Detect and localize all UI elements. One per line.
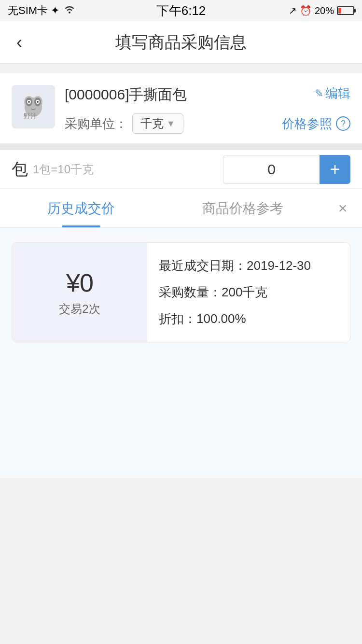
tab-history-price[interactable]: 历史成交价 [0, 189, 162, 227]
quantity-input-area: 0 + [223, 155, 350, 184]
price-side: ¥0 交易2次 [12, 243, 147, 342]
tab-bar: 历史成交价 商品价格参考 × [0, 189, 362, 228]
unit-select[interactable]: 千克 ▼ [132, 113, 183, 134]
back-button[interactable]: ‹ [12, 28, 27, 57]
svg-point-9 [37, 101, 39, 103]
product-name: [0000006]手撕面包 [65, 85, 187, 105]
status-bar: 无SIM卡 ✦ 下午6:12 ↗ ⏰ 20% [0, 0, 362, 21]
price-reference-button[interactable]: 价格参照 ? [282, 115, 350, 132]
product-card: 野汁 [0000006]手撕面包 ✎ 编辑 采购单位： 千克 ▼ 价格参照 [0, 73, 362, 143]
panel: 历史成交价 商品价格参考 × ¥0 交易2次 最近成交日期：2019-12-30… [0, 189, 362, 478]
quantity-label: 包 1包=10千克 [12, 158, 94, 181]
discount-row: 折扣：100.00% [159, 309, 338, 328]
product-thumbnail: 野汁 [12, 85, 55, 128]
tab-price-reference[interactable]: 商品价格参考 [162, 189, 323, 227]
recent-date-label: 最近成交日期： [159, 258, 247, 273]
unit-conversion: 1包=10千克 [33, 162, 94, 177]
quantity-detail-value: 200千克 [222, 285, 267, 299]
quantity-plus-button[interactable]: + [320, 155, 350, 184]
svg-point-0 [69, 12, 70, 14]
edit-button[interactable]: ✎ 编辑 [315, 85, 350, 102]
unit-dropdown-arrow: ▼ [167, 119, 175, 129]
unit-bao: 包 [12, 158, 28, 181]
detail-side: 最近成交日期：2019-12-30 采购数量：200千克 折扣：100.00% [147, 243, 350, 342]
close-icon: × [338, 199, 348, 217]
unit-label: 采购单位： [65, 115, 127, 132]
tab-price-ref-label: 商品价格参考 [202, 199, 283, 218]
section-divider [0, 143, 362, 150]
discount-value: 100.00% [196, 311, 246, 326]
trade-count: 交易2次 [59, 301, 100, 317]
status-right: ↗ ⏰ 20% [289, 5, 354, 16]
svg-point-8 [28, 101, 30, 103]
unit-value: 千克 [140, 116, 164, 131]
alarm-icon: ⏰ [300, 5, 312, 16]
product-info: [0000006]手撕面包 ✎ 编辑 采购单位： 千克 ▼ 价格参照 ? [65, 85, 350, 134]
status-left: 无SIM卡 ✦ [8, 3, 76, 18]
carrier-text: 无SIM卡 ✦ [8, 3, 59, 18]
page-title: 填写商品采购信息 [115, 31, 247, 54]
edit-icon: ✎ [315, 87, 323, 100]
transaction-price: ¥0 [66, 268, 93, 297]
tab-active-indicator [62, 225, 100, 227]
svg-text:野汁: 野汁 [24, 112, 37, 119]
battery-icon [337, 6, 354, 15]
quantity-display[interactable]: 0 [223, 155, 320, 184]
battery-percent: 20% [315, 5, 334, 16]
price-ref-label: 价格参照 [282, 115, 332, 132]
nav-bar: ‹ 填写商品采购信息 [0, 21, 362, 64]
product-image-icon: 野汁 [19, 90, 48, 124]
quantity-row: 包 1包=10千克 0 + [0, 150, 362, 189]
recent-date-row: 最近成交日期：2019-12-30 [159, 256, 338, 275]
quantity-detail-label: 采购数量： [159, 285, 222, 299]
status-time: 下午6:12 [156, 2, 206, 19]
help-icon[interactable]: ? [336, 116, 350, 131]
wifi-icon [63, 4, 76, 17]
quantity-row-detail: 采购数量：200千克 [159, 283, 338, 302]
location-icon: ↗ [289, 5, 297, 16]
tab-history-label: 历史成交价 [47, 199, 115, 218]
history-content: ¥0 交易2次 最近成交日期：2019-12-30 采购数量：200千克 折扣：… [0, 228, 362, 357]
recent-date-value: 2019-12-30 [247, 258, 311, 273]
transaction-card: ¥0 交易2次 最近成交日期：2019-12-30 采购数量：200千克 折扣：… [12, 242, 350, 342]
close-panel-button[interactable]: × [323, 189, 362, 227]
discount-label: 折扣： [159, 311, 196, 326]
unit-row: 采购单位： 千克 ▼ [65, 113, 183, 134]
